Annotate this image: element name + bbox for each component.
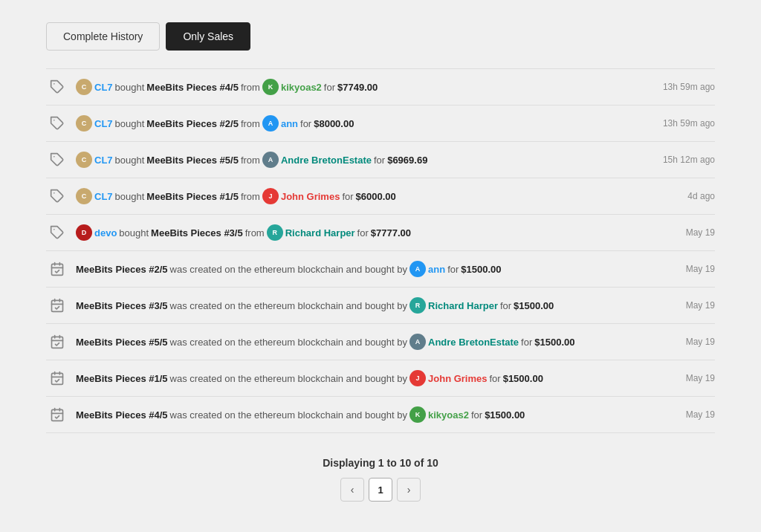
item-content: MeeBits Pieces #2/5 was created on the e…: [76, 261, 667, 277]
buyer-name[interactable]: Andre BretonEstate: [428, 337, 519, 348]
timestamp: 4d ago: [676, 191, 715, 201]
buyer-name[interactable]: Richard Harper: [428, 300, 498, 311]
buyer-name[interactable]: CL7: [94, 155, 113, 166]
bought-label: bought: [119, 227, 149, 239]
item-name: MeeBits Pieces #1/5: [146, 191, 239, 202]
tab-bar: Complete History Only Sales: [46, 22, 715, 51]
buyer-name[interactable]: CL7: [94, 82, 113, 93]
item-content: Ddevo bought MeeBits Pieces #3/5 from RR…: [76, 224, 667, 241]
tab-complete-history[interactable]: Complete History: [46, 22, 160, 51]
item-name: MeeBits Pieces #1/5: [76, 373, 168, 384]
price: $6000.00: [356, 191, 396, 202]
timestamp: 13h 59m ago: [651, 118, 715, 129]
bought-label: bought: [115, 118, 145, 129]
item-name: MeeBits Pieces #4/5: [76, 409, 168, 421]
mint-icon: [46, 371, 68, 386]
item-content: MeeBits Pieces #5/5 was created on the e…: [76, 334, 667, 350]
item-name: MeeBits Pieces #4/5: [146, 82, 239, 93]
from-label: from: [241, 82, 260, 93]
for-label: for: [500, 300, 511, 311]
from-label: from: [241, 191, 260, 202]
for-label: for: [521, 337, 532, 348]
buyer-avatar: C: [76, 115, 92, 132]
buyer-name[interactable]: CL7: [94, 191, 113, 202]
history-item: MeeBits Pieces #4/5 was created on the e…: [46, 397, 715, 433]
for-label: for: [489, 373, 500, 384]
seller-avatar: A: [262, 152, 279, 168]
buyer-name[interactable]: ann: [428, 264, 445, 275]
price: $6969.69: [387, 155, 427, 166]
svg-rect-17: [52, 373, 63, 384]
timestamp: May 19: [674, 227, 715, 238]
price: $1500.00: [485, 409, 525, 421]
buyer-avatar: R: [409, 297, 426, 314]
item-name: MeeBits Pieces #2/5: [76, 264, 168, 275]
buyer-name[interactable]: CL7: [94, 118, 113, 129]
item-name: MeeBits Pieces #3/5: [76, 300, 168, 311]
buyer-avatar: A: [409, 261, 426, 277]
pagination-controls: ‹ 1 ›: [340, 478, 421, 502]
from-label: from: [245, 227, 265, 239]
price: $7749.00: [337, 82, 378, 93]
item-content: CCL7 bought MeeBits Pieces #5/5 from AAn…: [76, 152, 644, 168]
prev-page-button[interactable]: ‹: [340, 478, 364, 502]
seller-name[interactable]: Andre BretonEstate: [281, 155, 372, 166]
sale-icon: [46, 189, 68, 204]
mint-icon: [46, 298, 68, 313]
price: $1500.00: [534, 337, 574, 348]
page-1-button[interactable]: 1: [369, 478, 392, 502]
price: $8000.00: [314, 118, 354, 129]
seller-avatar: K: [262, 79, 279, 95]
svg-rect-5: [52, 264, 63, 275]
history-item: CCL7 bought MeeBits Pieces #5/5 from AAn…: [46, 142, 715, 178]
item-name: MeeBits Pieces #2/5: [146, 118, 239, 129]
buyer-name[interactable]: devo: [94, 227, 117, 239]
timestamp: 13h 59m ago: [651, 82, 715, 92]
item-content: MeeBits Pieces #4/5 was created on the e…: [76, 406, 667, 423]
pagination-text: Displaying 1 to 10 of 10: [323, 457, 438, 469]
seller-name[interactable]: John Grimes: [281, 191, 340, 202]
buyer-name[interactable]: John Grimes: [428, 373, 487, 384]
history-item: CCL7 bought MeeBits Pieces #2/5 from Aan…: [46, 106, 715, 142]
bought-label: bought: [115, 82, 145, 93]
svg-rect-13: [52, 337, 63, 348]
mint-icon: [46, 262, 68, 276]
main-container: Complete History Only Sales CCL7 bought …: [46, 22, 715, 510]
timestamp: May 19: [674, 409, 715, 420]
item-content: CCL7 bought MeeBits Pieces #2/5 from Aan…: [76, 115, 644, 132]
history-item: CCL7 bought MeeBits Pieces #4/5 from Kki…: [46, 68, 715, 106]
seller-name[interactable]: Richard Harper: [285, 227, 355, 239]
buyer-avatar: K: [409, 406, 426, 423]
created-label: was created on the ethereum blockchain a…: [170, 409, 407, 421]
seller-name[interactable]: ann: [281, 118, 298, 129]
price: $1500.00: [461, 264, 501, 275]
for-label: for: [300, 118, 311, 129]
for-label: for: [374, 155, 385, 166]
item-name: MeeBits Pieces #5/5: [146, 155, 239, 166]
for-label: for: [357, 227, 369, 239]
history-item: Ddevo bought MeeBits Pieces #3/5 from RR…: [46, 215, 715, 251]
price: $1500.00: [503, 373, 543, 384]
buyer-avatar: C: [76, 79, 92, 95]
sale-icon: [46, 116, 68, 131]
for-label: for: [447, 264, 459, 275]
seller-avatar: J: [262, 188, 279, 204]
seller-name[interactable]: kikyoas2: [281, 82, 322, 93]
item-content: MeeBits Pieces #1/5 was created on the e…: [76, 370, 667, 386]
buyer-name[interactable]: kikyoas2: [428, 409, 469, 421]
timestamp: May 19: [674, 373, 715, 383]
timestamp: 15h 12m ago: [651, 155, 715, 165]
tab-only-sales[interactable]: Only Sales: [166, 22, 250, 51]
history-item: CCL7 bought MeeBits Pieces #1/5 from JJo…: [46, 178, 715, 215]
for-label: for: [342, 191, 353, 202]
next-page-button[interactable]: ›: [397, 478, 421, 502]
timestamp: May 19: [674, 337, 715, 347]
sale-icon: [46, 152, 68, 167]
for-label: for: [324, 82, 335, 93]
from-label: from: [241, 155, 260, 166]
history-list: CCL7 bought MeeBits Pieces #4/5 from Kki…: [46, 68, 715, 433]
history-item: MeeBits Pieces #1/5 was created on the e…: [46, 360, 715, 397]
svg-rect-21: [52, 409, 63, 421]
buyer-avatar: C: [76, 152, 92, 168]
sale-icon: [46, 80, 68, 94]
